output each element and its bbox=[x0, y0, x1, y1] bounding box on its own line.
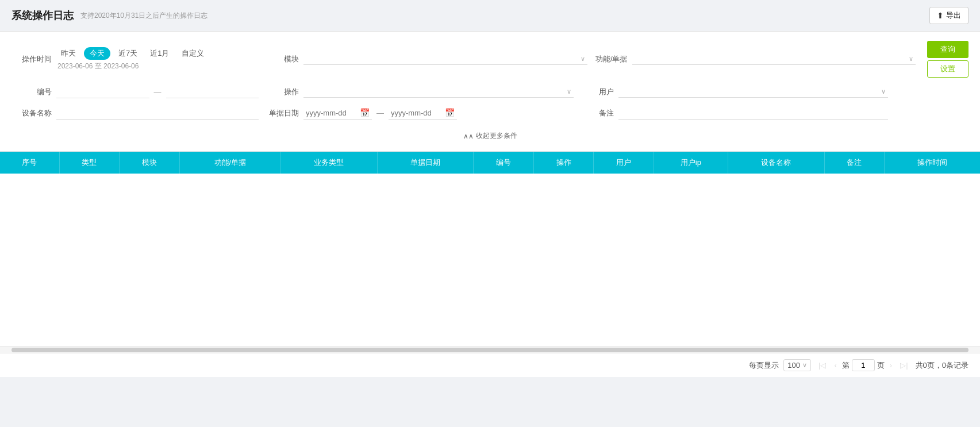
operation-select[interactable]: ∨ bbox=[303, 86, 574, 98]
export-button[interactable]: ⬆ 导出 bbox=[929, 7, 969, 24]
col-module: 模块 bbox=[120, 152, 179, 174]
device-label: 设备名称 bbox=[11, 108, 52, 118]
page-subtitle: 支持2020年10月31日之后产生的操作日志 bbox=[80, 11, 207, 21]
col-user-ip: 用户ip bbox=[654, 152, 728, 174]
last-page-button[interactable]: ▷| bbox=[897, 360, 910, 371]
page-size-value: 100 bbox=[787, 361, 800, 370]
col-operation: 操作 bbox=[533, 152, 593, 174]
operation-label: 操作 bbox=[259, 87, 299, 97]
table-header: 序号 类型 模块 功能/单据 业务类型 单据日期 编号 操作 用户 用户ip 设… bbox=[0, 152, 980, 174]
user-filter-col: 用户 ∨ bbox=[574, 86, 889, 98]
page-header: 系统操作日志 支持2020年10月31日之后产生的操作日志 ⬆ 导出 bbox=[0, 0, 980, 32]
device-input[interactable] bbox=[56, 107, 259, 120]
col-business-type: 业务类型 bbox=[281, 152, 378, 174]
time-filter-col: 操作时间 昨天 今天 近7天 近1月 自定义 2023-06-06 至 2023… bbox=[11, 47, 259, 71]
module-select[interactable]: ∨ bbox=[303, 53, 587, 65]
time-btn-today[interactable]: 今天 bbox=[84, 47, 110, 60]
remark-label: 备注 bbox=[574, 108, 614, 118]
calendar-start-icon[interactable]: 📅 bbox=[360, 108, 370, 117]
col-remark: 备注 bbox=[824, 152, 884, 174]
table-header-row: 序号 类型 模块 功能/单据 业务类型 单据日期 编号 操作 用户 用户ip 设… bbox=[0, 152, 980, 174]
collapse-label: 收起更多条件 bbox=[476, 131, 517, 141]
query-button[interactable]: 查询 bbox=[927, 41, 969, 58]
code-label: 编号 bbox=[11, 87, 52, 97]
collapse-button[interactable]: ∧∧ 收起更多条件 bbox=[463, 131, 517, 141]
code-start-input[interactable] bbox=[56, 86, 149, 98]
function-label: 功能/单据 bbox=[587, 54, 628, 64]
filter-area: 操作时间 昨天 今天 近7天 近1月 自定义 2023-06-06 至 2023… bbox=[0, 32, 980, 152]
bottom-bar: 每页显示 100 ∨ |◁ ‹ 第 页 › ▷| 共0页，0条记录 bbox=[0, 353, 980, 377]
col-type: 类型 bbox=[59, 152, 119, 174]
time-range: 2023-06-06 至 2023-06-06 bbox=[57, 61, 209, 71]
filter-row-1: 操作时间 昨天 今天 近7天 近1月 自定义 2023-06-06 至 2023… bbox=[11, 41, 969, 78]
remark-input[interactable] bbox=[618, 107, 889, 120]
next-page-button[interactable]: › bbox=[887, 360, 895, 371]
settings-button[interactable]: 设置 bbox=[927, 60, 969, 78]
module-filter-col: 模块 ∨ bbox=[259, 53, 587, 65]
scrollbar-area[interactable] bbox=[0, 346, 980, 353]
date-start-wrap: 📅 bbox=[303, 106, 372, 120]
page-unit: 页 bbox=[877, 360, 885, 371]
module-chevron-icon: ∨ bbox=[581, 55, 585, 63]
col-user: 用户 bbox=[594, 152, 654, 174]
time-btn-7days[interactable]: 近7天 bbox=[114, 47, 142, 60]
page-input[interactable] bbox=[852, 359, 875, 371]
voucher-date-filter-col: 单据日期 📅 — 📅 bbox=[259, 106, 574, 120]
time-filter-group: 昨天 今天 近7天 近1月 自定义 2023-06-06 至 2023-06-0… bbox=[56, 47, 209, 71]
voucher-date-label: 单据日期 bbox=[259, 108, 299, 118]
empty-area bbox=[0, 174, 980, 346]
page-size-chevron-icon: ∨ bbox=[802, 361, 807, 369]
page-size-select[interactable]: 100 ∨ bbox=[783, 359, 811, 371]
collapse-chevron-icon: ∧∧ bbox=[463, 132, 474, 140]
col-seq: 序号 bbox=[0, 152, 59, 174]
filter-row-2: 编号 — 操作 ∨ 用户 ∨ bbox=[11, 86, 969, 98]
module-label: 模块 bbox=[259, 54, 299, 64]
time-label: 操作时间 bbox=[11, 54, 52, 64]
user-label: 用户 bbox=[574, 87, 614, 97]
time-btn-yesterday[interactable]: 昨天 bbox=[56, 47, 80, 60]
time-btn-custom[interactable]: 自定义 bbox=[177, 47, 209, 60]
col-function: 功能/单据 bbox=[179, 152, 280, 174]
time-buttons: 昨天 今天 近7天 近1月 自定义 bbox=[56, 47, 209, 60]
function-filter-col: 功能/单据 ∨ bbox=[587, 53, 916, 65]
function-chevron-icon: ∨ bbox=[909, 55, 913, 63]
col-code: 编号 bbox=[474, 152, 533, 174]
filter-row-3: 设备名称 单据日期 📅 — 📅 备注 bbox=[11, 106, 969, 120]
user-chevron-icon: ∨ bbox=[881, 88, 886, 95]
date-end-wrap: 📅 bbox=[389, 106, 457, 120]
date-dash: — bbox=[376, 109, 384, 117]
date-start-input[interactable] bbox=[306, 109, 358, 117]
page-title: 系统操作日志 bbox=[11, 9, 74, 22]
device-filter-col: 设备名称 bbox=[11, 107, 259, 120]
collapse-bar: ∧∧ 收起更多条件 bbox=[11, 128, 969, 147]
data-table: 序号 类型 模块 功能/单据 业务类型 单据日期 编号 操作 用户 用户ip 设… bbox=[0, 152, 980, 174]
per-page-label: 每页显示 bbox=[749, 360, 779, 371]
code-dash: — bbox=[154, 88, 162, 97]
code-filter-col: 编号 — bbox=[11, 86, 259, 98]
action-buttons: 查询 设置 bbox=[927, 41, 969, 78]
page-label: 第 bbox=[842, 360, 850, 371]
total-info: 共0页，0条记录 bbox=[916, 360, 969, 371]
col-voucher-date: 单据日期 bbox=[377, 152, 474, 174]
code-end-input[interactable] bbox=[166, 86, 259, 98]
function-select[interactable]: ∨ bbox=[632, 53, 916, 65]
first-page-button[interactable]: |◁ bbox=[816, 360, 829, 371]
operation-chevron-icon: ∨ bbox=[567, 88, 571, 95]
table-container: 序号 类型 模块 功能/单据 业务类型 单据日期 编号 操作 用户 用户ip 设… bbox=[0, 152, 980, 346]
col-device-name: 设备名称 bbox=[728, 152, 824, 174]
col-op-time: 操作时间 bbox=[884, 152, 980, 174]
user-select[interactable]: ∨ bbox=[618, 86, 889, 98]
prev-page-button[interactable]: ‹ bbox=[831, 360, 839, 371]
scrollbar-thumb[interactable] bbox=[11, 348, 969, 352]
export-label: 导出 bbox=[946, 10, 961, 21]
date-end-input[interactable] bbox=[391, 109, 443, 117]
operation-filter-col: 操作 ∨ bbox=[259, 86, 574, 98]
export-icon: ⬆ bbox=[937, 11, 944, 20]
pagination: |◁ ‹ 第 页 › ▷| bbox=[816, 359, 910, 371]
time-btn-1month[interactable]: 近1月 bbox=[145, 47, 174, 60]
calendar-end-icon[interactable]: 📅 bbox=[445, 108, 455, 117]
remark-filter-col: 备注 bbox=[574, 107, 889, 120]
